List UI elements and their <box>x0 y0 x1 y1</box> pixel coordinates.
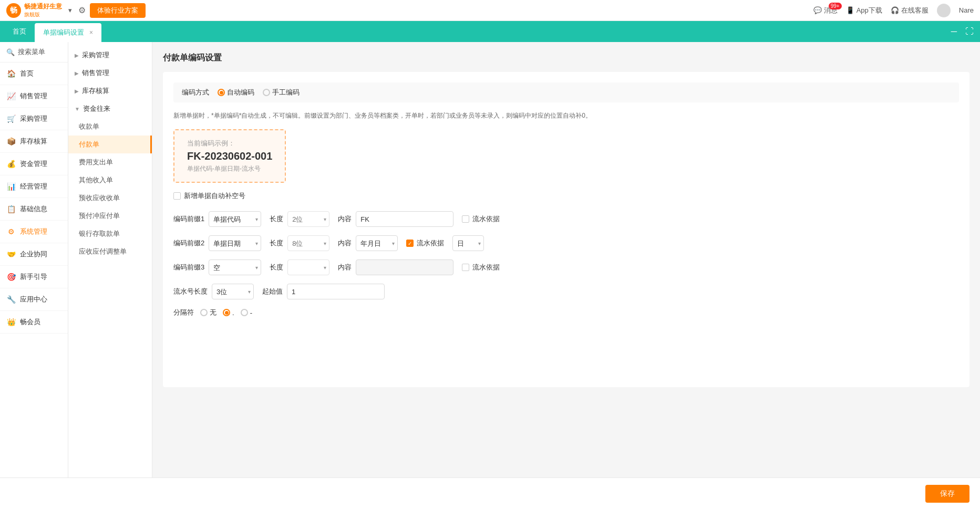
sidebar-item-enterprise[interactable]: 🤝 企业协同 <box>0 243 68 266</box>
tab-maximize-btn[interactable]: ⛶ <box>963 25 976 38</box>
settings-card: 编码方式 自动编码 手工编码 新增单据时，*单据编码*自动生成，不可编辑。前缀设… <box>163 72 969 387</box>
auto-encoding-radio[interactable] <box>218 89 225 96</box>
sub-item-payment[interactable]: 付款单 <box>68 136 152 153</box>
sep-dot-radio[interactable] <box>223 309 230 316</box>
arrow-icon: ▶ <box>75 70 79 76</box>
tab-close-icon[interactable]: × <box>89 29 93 36</box>
prefix3-select-wrapper: 空 <box>209 259 261 275</box>
sub-group-funds-title[interactable]: ▼ 资金往来 <box>68 100 152 118</box>
manual-encoding-radio[interactable] <box>263 89 270 96</box>
sub-item-receipt[interactable]: 收款单 <box>68 118 152 136</box>
save-button[interactable]: 保存 <box>925 485 969 503</box>
sidebar-item-purchase[interactable]: 🛒 采购管理 <box>0 108 68 130</box>
prefix2-select-wrapper: 单据日期 <box>209 235 261 251</box>
length3-label: 长度 <box>270 263 283 272</box>
sub-item-expense[interactable]: 费用支出单 <box>68 153 152 171</box>
tab-minimize-btn[interactable]: ─ <box>949 25 959 38</box>
prefix3-label: 编码前缀3 <box>173 263 204 272</box>
sidebar-item-system[interactable]: ⚙ 系统管理 <box>0 221 68 243</box>
sub-group-sales-title[interactable]: ▶ 销售管理 <box>68 64 152 82</box>
prefix2-select[interactable]: 单据日期 <box>209 235 261 251</box>
serial2-checkbox-item: ✓ 流水依据 <box>406 238 444 248</box>
length2-select-wrapper: 8位 <box>287 235 329 251</box>
sidebar-label-member: 畅会员 <box>20 317 40 327</box>
tab-bar: 首页 单据编码设置 × ─ ⛶ <box>0 21 980 42</box>
separator-options: 无 . - <box>200 308 252 317</box>
serial-length-select[interactable]: 3位 4位 5位 <box>212 284 254 299</box>
content1-input[interactable] <box>356 211 453 227</box>
auto-encoding-option[interactable]: 自动编码 <box>218 88 254 97</box>
tab-home[interactable]: 首页 <box>4 21 35 42</box>
length1-select[interactable]: 2位 <box>287 211 329 227</box>
message-badge: 99+ <box>829 3 842 9</box>
arrow-icon: ▶ <box>75 88 79 94</box>
separator-row: 分隔符 无 . - <box>173 308 959 317</box>
sub-item-bank[interactable]: 银行存取款单 <box>68 225 152 243</box>
sub-group-inventory-title[interactable]: ▶ 库存核算 <box>68 82 152 100</box>
sidebar-label-inventory: 库存核算 <box>20 137 47 146</box>
length2-label: 长度 <box>270 238 283 248</box>
start-value-group: 起始值 <box>262 284 385 299</box>
sep-dot-label: . <box>232 309 234 317</box>
content1-label: 内容 <box>338 214 352 224</box>
basic-icon: 📋 <box>6 204 16 214</box>
sub-item-prepay-offset[interactable]: 预付冲应付单 <box>68 207 152 225</box>
prefix3-select[interactable]: 空 <box>209 259 261 275</box>
serial2-checkbox[interactable]: ✓ <box>406 240 414 247</box>
sub-group-purchase-title[interactable]: ▶ 采购管理 <box>68 46 152 64</box>
sep-none-option[interactable]: 无 <box>200 308 216 317</box>
serial2-label: 流水依据 <box>417 238 444 248</box>
app-download-item[interactable]: 📱 App下载 <box>846 6 882 15</box>
serial2-unit-select[interactable]: 日 月 年 <box>452 235 484 251</box>
content3-label: 内容 <box>338 263 352 272</box>
sidebar-label-finance: 资金管理 <box>20 159 47 169</box>
username: Nare <box>959 6 974 14</box>
sep-dash-radio[interactable] <box>241 309 248 316</box>
prefix1-row: 编码前缀1 单据代码 长度 2位 内容 <box>173 211 959 227</box>
length3-select[interactable] <box>287 259 329 275</box>
start-value-input[interactable] <box>287 284 385 299</box>
sidebar-item-member[interactable]: 👑 畅会员 <box>0 311 68 334</box>
sep-dot-option[interactable]: . <box>223 309 234 317</box>
sep-dash-option[interactable]: - <box>241 309 252 317</box>
content3-input[interactable] <box>356 259 453 275</box>
sub-group-purchase: ▶ 采购管理 <box>68 46 152 64</box>
sidebar-item-guide[interactable]: 🎯 新手引导 <box>0 266 68 288</box>
serial3-checkbox[interactable] <box>462 264 469 271</box>
sidebar-item-sales[interactable]: 📈 销售管理 <box>0 85 68 108</box>
sidebar-item-inventory[interactable]: 📦 库存核算 <box>0 130 68 153</box>
sep-none-radio[interactable] <box>200 309 208 316</box>
tab-encoding-settings[interactable]: 单据编码设置 × <box>35 23 101 42</box>
sidebar-item-apps[interactable]: 🔧 应用中心 <box>0 288 68 311</box>
auto-fill-checkbox[interactable] <box>173 192 181 200</box>
top-bar-left: 畅 畅捷通好生意 旗舰版 ▾ ⚙ 体验行业方案 <box>6 2 146 18</box>
manual-encoding-option[interactable]: 手工编码 <box>263 88 300 97</box>
sidebar-label-apps: 应用中心 <box>20 295 47 304</box>
system-icon: ⚙ <box>6 227 16 236</box>
experience-btn[interactable]: 体验行业方案 <box>90 3 146 18</box>
logo-text: 畅捷通好生意 旗舰版 <box>24 2 62 18</box>
prefix1-label: 编码前缀1 <box>173 214 204 224</box>
sidebar-item-finance[interactable]: 💰 资金管理 <box>0 153 68 175</box>
management-icon: 📊 <box>6 182 16 191</box>
nav-dropdown-btn[interactable]: ▾ <box>66 4 74 16</box>
online-service-item[interactable]: 🎧 在线客服 <box>891 6 929 15</box>
prefix1-select-wrapper: 单据代码 <box>209 211 261 227</box>
sidebar-item-management[interactable]: 📊 经营管理 <box>0 175 68 198</box>
sidebar-search[interactable]: 🔍 搜索菜单 <box>0 42 68 63</box>
sidebar-item-basic[interactable]: 📋 基础信息 <box>0 198 68 221</box>
content2-select[interactable]: 年月日 <box>356 235 398 251</box>
length2-select[interactable]: 8位 <box>287 235 329 251</box>
prefix1-select[interactable]: 单据代码 <box>209 211 261 227</box>
encoding-radio-group: 自动编码 手工编码 <box>218 88 300 97</box>
user-avatar[interactable] <box>937 4 951 17</box>
settings-btn[interactable]: ⚙ <box>76 3 88 17</box>
message-item[interactable]: 💬 消息 99+ <box>813 6 838 15</box>
serial1-checkbox[interactable] <box>462 215 469 223</box>
sub-item-other-income[interactable]: 其他收入单 <box>68 171 152 189</box>
inventory-icon: 📦 <box>6 137 16 146</box>
sidebar-item-home[interactable]: 🏠 首页 <box>0 63 68 85</box>
sub-item-adjustment[interactable]: 应收应付调整单 <box>68 243 152 261</box>
sub-item-advance-receipt[interactable]: 预收应收收单 <box>68 189 152 207</box>
info-text: 新增单据时，*单据编码*自动生成，不可编辑。前缀设置为部门、业务员等档案类，开单… <box>173 111 959 121</box>
